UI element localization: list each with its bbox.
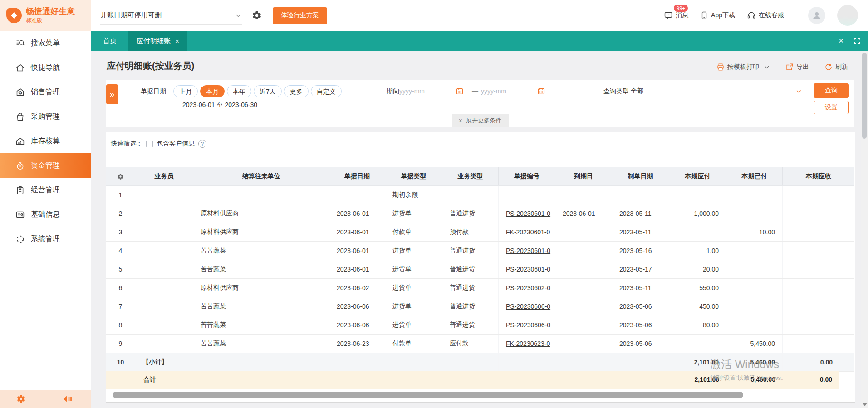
doc-no-link[interactable]: PS-20230601-0: [506, 266, 550, 273]
chevron-down-icon[interactable]: [764, 64, 770, 70]
calendar-icon[interactable]: [456, 87, 464, 95]
quick-nav-icon: [15, 63, 25, 73]
vertical-scrollbar-thumb[interactable]: [862, 53, 867, 139]
column-header: 单据编号: [499, 167, 555, 185]
period-start-input[interactable]: yyyy-mm: [399, 84, 464, 98]
doc-no-link[interactable]: PS-20230601-0: [506, 247, 550, 254]
user-avatar[interactable]: [808, 7, 825, 24]
table-cell: 2,101.00: [669, 353, 726, 371]
tab-home[interactable]: 首页: [91, 31, 128, 51]
filter-collapse-tab[interactable]: »: [106, 84, 118, 104]
table-row: 9苦苦蔬菜2023-06-23付款单应付款FK-20230623-02023-0…: [106, 335, 854, 353]
fullscreen-icon[interactable]: [853, 37, 861, 44]
message-icon: [664, 11, 673, 20]
tab-close-icon[interactable]: ×: [175, 38, 179, 44]
print-by-template-button[interactable]: 按模板打印: [716, 63, 759, 71]
column-header: 结算往来单位: [193, 167, 329, 185]
query-type-select[interactable]: 全部: [631, 84, 802, 98]
date-range-pill[interactable]: 自定义: [311, 85, 342, 97]
period-separator: —: [472, 87, 478, 94]
doc-no-link[interactable]: PS-20230602-0: [506, 284, 550, 291]
person-icon: [811, 10, 822, 21]
doc-no-link[interactable]: FK-20230623-0: [506, 340, 550, 347]
table-cell: [669, 186, 726, 204]
calendar-icon[interactable]: [537, 87, 545, 95]
sidebar-item-purchase[interactable]: 采购管理: [0, 104, 91, 129]
sidebar-item-search-menu[interactable]: 搜索菜单: [0, 31, 91, 55]
sidebar-item-label: 采购管理: [31, 112, 60, 121]
table-cell: 1,000.00: [669, 204, 726, 223]
table-cell: 普通进货: [442, 204, 499, 223]
expand-more-conditions[interactable]: » 展开更多条件: [452, 114, 509, 127]
table-cell: 【小计】: [135, 353, 193, 371]
table-cell: [385, 353, 442, 371]
sidebar-item-label: 销售管理: [31, 87, 60, 97]
table-cell: [555, 353, 612, 371]
doc-no-link[interactable]: PS-20230606-0: [506, 321, 550, 329]
phone-icon: [700, 11, 708, 20]
filter-panel: » 单据日期 上月本月本年近7天更多自定义 2023-06-01 至 2023-…: [106, 80, 854, 127]
table-cell: [555, 297, 612, 316]
collapse-sidebar-icon[interactable]: [62, 395, 72, 403]
export-button[interactable]: 导出: [785, 63, 809, 71]
table-cell: 苦苦蔬菜: [193, 242, 329, 260]
table-cell: [555, 242, 612, 260]
date-range-pill[interactable]: 本年: [227, 85, 251, 97]
total-paid: 5,460.00: [751, 376, 776, 383]
table-cell: 0.00: [783, 353, 854, 371]
table-cell: 普通进货: [442, 260, 499, 278]
sidebar: 搜索菜单快捷导航$销售管理采购管理库存核算¥资金管理经营管理基础信息系统管理: [0, 31, 91, 408]
horizontal-scrollbar-thumb[interactable]: [113, 392, 743, 398]
company-avatar[interactable]: [837, 5, 858, 26]
table-cell: [783, 260, 854, 278]
tab-payable-ledger[interactable]: 应付明细账 ×: [128, 31, 187, 51]
table-cell: [499, 353, 555, 371]
sidebar-settings-icon[interactable]: [16, 394, 25, 403]
include-customer-checkbox[interactable]: [146, 141, 153, 147]
doc-no-link[interactable]: FK-20230601-0: [506, 228, 550, 236]
app-download-button[interactable]: App下载: [700, 11, 735, 20]
sidebar-item-system[interactable]: 系统管理: [0, 227, 91, 251]
refresh-button[interactable]: 刷新: [824, 63, 848, 71]
sidebar-item-sales[interactable]: $销售管理: [0, 80, 91, 104]
sidebar-item-base-info[interactable]: 基础信息: [0, 202, 91, 227]
doc-no-link[interactable]: PS-20230606-0: [506, 303, 550, 310]
table-cell: [783, 279, 854, 297]
search-button[interactable]: 查询: [814, 83, 849, 98]
table-cell: [612, 186, 669, 204]
row-number: 5: [106, 260, 135, 278]
include-customer-label: 包含客户信息: [157, 140, 195, 148]
online-support-button[interactable]: 在线客服: [747, 11, 784, 20]
column-settings-button[interactable]: [106, 167, 135, 185]
period-end-input[interactable]: yyyy-mm: [481, 84, 545, 98]
report-toolbar: 按模板打印 导出 刷新: [716, 63, 848, 71]
scroll-down-arrow-icon[interactable]: [863, 403, 867, 406]
table-cell: 2023-05-11: [612, 223, 669, 241]
sidebar-item-inventory[interactable]: 库存核算: [0, 129, 91, 153]
date-range-pill[interactable]: 近7天: [254, 85, 282, 97]
system-icon: [15, 234, 25, 244]
close-icon[interactable]: ×: [839, 36, 843, 46]
settings-gear-icon[interactable]: [252, 10, 262, 20]
table-cell: [783, 316, 854, 334]
table-cell: 2023-06-23: [329, 335, 385, 353]
column-header: 单据类型: [385, 167, 442, 185]
sidebar-item-quick-nav[interactable]: 快捷导航: [0, 55, 91, 80]
industry-solution-button[interactable]: 体验行业方案: [273, 7, 327, 24]
account-set-select[interactable]: 开账日期可停用可删: [100, 6, 242, 25]
date-range-pill[interactable]: 更多: [284, 85, 309, 97]
sidebar-item-operations[interactable]: 经营管理: [0, 178, 91, 202]
table-cell: 普通进货: [442, 297, 499, 316]
date-range-pill[interactable]: 上月: [173, 85, 198, 97]
table-cell: [555, 316, 612, 334]
sidebar-item-funds[interactable]: ¥资金管理: [0, 153, 91, 178]
table-cell: [555, 260, 612, 278]
table-cell: [135, 204, 193, 223]
help-icon[interactable]: ?: [198, 140, 206, 148]
date-range-pill[interactable]: 本月: [200, 85, 225, 97]
table-cell: [783, 242, 854, 260]
messages-button[interactable]: 99+ 消息: [664, 11, 688, 20]
doc-no-link[interactable]: PS-20230601-0: [506, 210, 550, 217]
row-number: 10: [106, 353, 135, 371]
filter-settings-button[interactable]: 设置: [814, 101, 849, 114]
